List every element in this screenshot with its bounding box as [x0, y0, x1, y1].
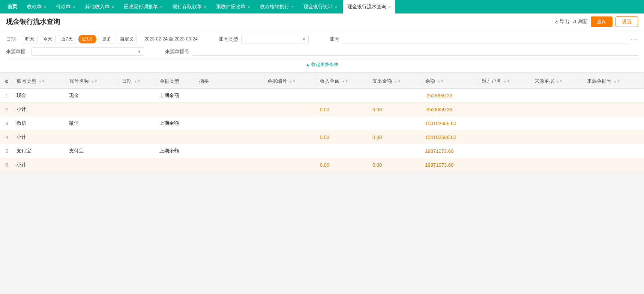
cell-summary: [196, 130, 264, 144]
cell-doc-no: [264, 158, 317, 172]
cell-source-doc-no: [584, 144, 644, 158]
account-type-select[interactable]: ▾: [241, 35, 309, 43]
sort-balance-icon[interactable]: ▲▼: [437, 80, 444, 83]
sort-expense-icon[interactable]: ▲▼: [394, 80, 401, 83]
cell-doc-no: [264, 130, 317, 144]
date-btn-今天[interactable]: 今天: [40, 35, 56, 43]
sort-source-doc-icon[interactable]: ▲▼: [556, 80, 563, 83]
col-account-name: 账号名称 ▲▼: [66, 74, 119, 89]
cell-income: [317, 116, 369, 130]
cell-source-doc: [531, 89, 584, 103]
cell-date: [119, 158, 157, 172]
table-row: 6小计0.000.0019871073.60: [0, 158, 644, 172]
sort-counterpart-icon[interactable]: ▲▼: [503, 80, 510, 83]
account-dots-button[interactable]: ···: [631, 36, 638, 43]
cell-summary: [196, 103, 264, 116]
sort-source-doc-no-icon[interactable]: ▲▼: [613, 80, 620, 83]
nav-tab-payment[interactable]: 付款单×: [51, 0, 80, 13]
cell-doc-type: 上期余额: [156, 144, 196, 158]
nav-tab-receipt[interactable]: 收款单×: [23, 0, 51, 13]
collapse-button[interactable]: ▲ 收起更多条件: [6, 60, 638, 69]
sort-doc-no-icon[interactable]: ▲▼: [289, 80, 296, 83]
nav-tab-ar-adjust[interactable]: 应收应付调整单×: [119, 0, 167, 13]
date-btn-昨天[interactable]: 昨天: [22, 35, 38, 43]
date-btn-自定义[interactable]: 自定义: [117, 35, 137, 43]
cell-account-type: 现金: [14, 89, 66, 103]
close-tab-ar-adjust-icon[interactable]: ×: [160, 4, 162, 9]
nav-tab-home[interactable]: 首页: [3, 0, 22, 13]
export-icon: ↗: [554, 19, 558, 25]
page-header: 现金银行流水查询 ↗ 导出 ↺ 刷新 查询 设置: [0, 13, 644, 30]
source-doc-select[interactable]: ▾: [32, 47, 144, 56]
source-doc-no-input[interactable]: [192, 48, 638, 56]
cell-row-num: 6: [0, 158, 14, 172]
refresh-button[interactable]: ↺ 刷新: [572, 18, 588, 25]
nav-tab-bank-deposit[interactable]: 银行存取款单×: [168, 0, 211, 13]
col-doc-no: 单据编号 ▲▼: [264, 74, 317, 89]
export-button[interactable]: ↗ 导出: [554, 18, 569, 25]
cell-doc-no: [264, 103, 317, 116]
cell-source-doc-no: [584, 116, 644, 130]
close-tab-receipt-icon[interactable]: ×: [44, 4, 46, 9]
dropdown-icon: ▾: [303, 36, 305, 42]
date-filter-label: 日期: [6, 36, 16, 43]
source-doc-no-label: 来源单据号: [165, 48, 189, 55]
cell-income: 0.00: [317, 103, 369, 116]
cell-row-num: 1: [0, 89, 14, 103]
close-tab-verify-exec-icon[interactable]: ×: [291, 4, 294, 9]
cell-account-type: 小计: [14, 130, 66, 144]
nav-tab-cash-bank-stat[interactable]: 现金银行统计×: [299, 0, 342, 13]
collapse-icon: ▲: [306, 62, 310, 67]
close-tab-payment-icon[interactable]: ×: [73, 4, 75, 9]
account-input[interactable]: [342, 35, 628, 43]
cell-doc-no: [264, 144, 317, 158]
col-settings[interactable]: ⚙: [0, 74, 14, 89]
cell-income: 0.00: [317, 130, 369, 144]
sort-account-name-icon[interactable]: ▲▼: [91, 80, 98, 83]
cell-row-num: 2: [0, 103, 14, 116]
date-range-display: 2023-02-24 至 2023-03-24: [144, 36, 197, 42]
cell-doc-no: [264, 116, 317, 130]
cell-counterpart: [479, 89, 531, 103]
cell-source-doc-no: [584, 89, 644, 103]
query-button[interactable]: 查询: [591, 16, 612, 27]
close-tab-cash-bank-flow-icon[interactable]: ×: [389, 4, 391, 9]
nav-tab-advance-offset[interactable]: 预收冲应收单×: [212, 0, 254, 13]
cell-source-doc-no: [584, 103, 644, 116]
nav-tab-cash-bank-flow[interactable]: 现金银行流水查询×: [343, 0, 395, 13]
table-container: ⚙ 账号类型 ▲▼ 账号名称 ▲▼ 日期 ▲▼ 单据类型 摘要 单据编号 ▲▼ …: [0, 74, 644, 172]
sort-income-icon[interactable]: ▲▼: [342, 80, 348, 83]
cell-balance: -3528659.33: [422, 103, 478, 116]
cell-counterpart: [479, 158, 531, 172]
cell-counterpart: [479, 130, 531, 144]
close-tab-bank-deposit-icon[interactable]: ×: [204, 4, 206, 9]
settings-button[interactable]: 设置: [615, 16, 638, 27]
col-balance: 余额 ▲▼: [422, 74, 478, 89]
sort-account-type-icon[interactable]: ▲▼: [38, 80, 45, 83]
col-date: 日期 ▲▼: [119, 74, 157, 89]
table-row: 1现金现金上期余额-3528659.33: [0, 89, 644, 103]
nav-tab-other-income[interactable]: 其他收入单×: [81, 0, 119, 13]
cell-account-name: 微信: [66, 116, 119, 130]
table-row: 4小计0.000.00100102606.60: [0, 130, 644, 144]
nav-tab-verify-exec[interactable]: 收款核销执行×: [255, 0, 298, 13]
close-tab-advance-offset-icon[interactable]: ×: [248, 4, 250, 9]
account-label: 账号: [330, 36, 339, 43]
table-settings-icon[interactable]: ⚙: [5, 79, 9, 84]
date-btn-近1月[interactable]: 近1月: [78, 35, 97, 43]
cell-date: [119, 130, 157, 144]
data-table: ⚙ 账号类型 ▲▼ 账号名称 ▲▼ 日期 ▲▼ 单据类型 摘要 单据编号 ▲▼ …: [0, 74, 644, 172]
date-btn-近7天[interactable]: 近7天: [58, 35, 76, 43]
cell-summary: [196, 144, 264, 158]
cell-source-doc: [531, 116, 584, 130]
cell-date: [119, 103, 157, 116]
cell-account-name: [66, 130, 119, 144]
cell-row-num: 3: [0, 116, 14, 130]
cell-account-type: 小计: [14, 158, 66, 172]
date-btn-更多[interactable]: 更多: [99, 35, 114, 43]
sort-date-icon[interactable]: ▲▼: [134, 80, 141, 83]
close-tab-cash-bank-stat-icon[interactable]: ×: [335, 4, 337, 9]
close-tab-other-income-icon[interactable]: ×: [112, 4, 114, 9]
cell-source-doc-no: [584, 130, 644, 144]
cell-account-name: 现金: [66, 89, 119, 103]
